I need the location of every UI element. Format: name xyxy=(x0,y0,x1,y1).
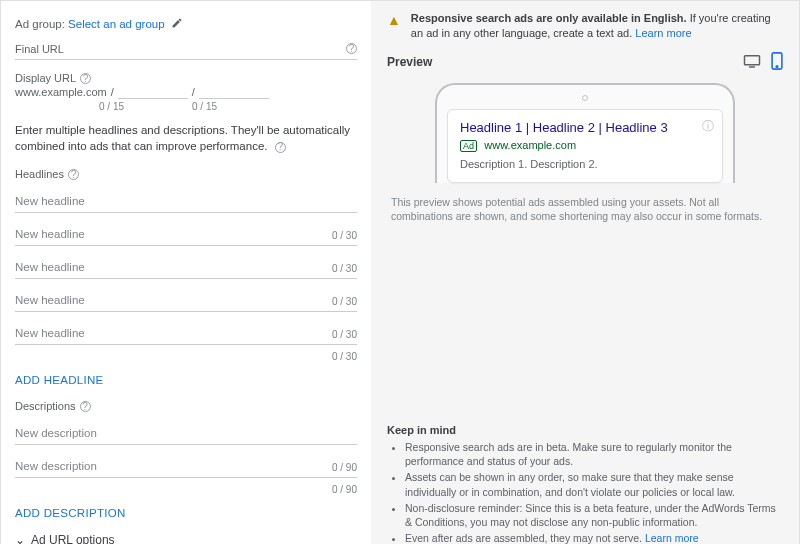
speaker-icon xyxy=(582,95,588,101)
descriptions-label: Descriptions ? xyxy=(15,400,357,412)
add-description-button[interactable]: ADD DESCRIPTION xyxy=(15,507,357,519)
preview-title: Preview xyxy=(387,55,432,69)
list-item: Assets can be shown in any order, so mak… xyxy=(405,470,783,498)
help-icon[interactable]: ? xyxy=(346,43,357,54)
list-item: Responsive search ads are in beta. Make … xyxy=(405,440,783,468)
ad-badge: Ad xyxy=(460,140,477,152)
path1-counter: 0 / 15 xyxy=(99,101,124,112)
select-ad-group-link[interactable]: Select an ad group xyxy=(68,18,165,30)
help-icon[interactable]: ? xyxy=(275,142,286,153)
preview-panel: ▲ Responsive search ads are only availab… xyxy=(371,1,799,544)
keep-in-mind-title: Keep in mind xyxy=(387,424,783,436)
display-url-base: www.example.com xyxy=(15,86,107,98)
ad-description: Description 1. Description 2. xyxy=(460,158,710,170)
list-item: Even after ads are assembled, they may n… xyxy=(405,531,783,544)
learn-more-link[interactable]: Learn more xyxy=(645,532,699,544)
headline-input[interactable]: New headline 0 / 30 xyxy=(15,227,357,246)
headlines-label: Headlines ? xyxy=(15,168,357,180)
help-icon[interactable]: ? xyxy=(80,73,91,84)
path1-input[interactable] xyxy=(118,86,188,99)
help-icon[interactable]: ? xyxy=(80,401,91,412)
info-icon: ⓘ xyxy=(702,118,714,135)
path2-counter: 0 / 15 xyxy=(192,101,217,112)
chevron-down-icon: ⌄ xyxy=(15,533,25,544)
final-url-field[interactable]: Final URL ? xyxy=(15,43,357,60)
headline-input[interactable]: New headline xyxy=(15,194,357,213)
help-icon[interactable]: ? xyxy=(68,169,79,180)
description-input[interactable]: New description xyxy=(15,426,357,445)
editor-panel: Ad group: Select an ad group Final URL ?… xyxy=(1,1,371,544)
mobile-preview-frame: ⓘ Headline 1 | Headline 2 | Headline 3 A… xyxy=(435,83,735,183)
edit-icon[interactable] xyxy=(171,17,183,31)
ad-url-options-toggle[interactable]: ⌄ Ad URL options xyxy=(15,533,357,544)
ad-group-row: Ad group: Select an ad group xyxy=(15,17,357,31)
add-headline-button[interactable]: ADD HEADLINE xyxy=(15,374,357,386)
ad-headline: Headline 1 | Headline 2 | Headline 3 xyxy=(460,120,710,135)
learn-more-link[interactable]: Learn more xyxy=(635,27,691,39)
instruction-text: Enter multiple headlines and description… xyxy=(15,122,357,154)
warning-banner: ▲ Responsive search ads are only availab… xyxy=(387,11,783,42)
svg-rect-0 xyxy=(745,56,760,65)
mobile-icon[interactable] xyxy=(771,52,783,73)
keep-in-mind-section: Keep in mind Responsive search ads are i… xyxy=(387,424,783,544)
desktop-icon[interactable] xyxy=(743,54,761,71)
warning-icon: ▲ xyxy=(387,11,401,42)
svg-point-3 xyxy=(776,66,778,68)
ad-group-label: Ad group: xyxy=(15,18,65,30)
display-url-label: Display URL xyxy=(15,72,76,84)
final-url-label: Final URL xyxy=(15,43,64,55)
description-input[interactable]: New description 0 / 90 xyxy=(15,459,357,478)
ad-url: www.example.com xyxy=(484,139,576,151)
list-item: Non-disclosure reminder: Since this is a… xyxy=(405,501,783,529)
description-counter: 0 / 90 xyxy=(15,484,357,495)
headline-counter: 0 / 30 xyxy=(15,351,357,362)
path2-input[interactable] xyxy=(199,86,269,99)
headline-input[interactable]: New headline 0 / 30 xyxy=(15,326,357,345)
headline-input[interactable]: New headline 0 / 30 xyxy=(15,260,357,279)
preview-note: This preview shows potential ads assembl… xyxy=(387,195,783,224)
ad-preview-card: ⓘ Headline 1 | Headline 2 | Headline 3 A… xyxy=(447,109,723,183)
display-url-field: Display URL ? www.example.com / / 0 / 15… xyxy=(15,72,357,112)
headline-input[interactable]: New headline 0 / 30 xyxy=(15,293,357,312)
